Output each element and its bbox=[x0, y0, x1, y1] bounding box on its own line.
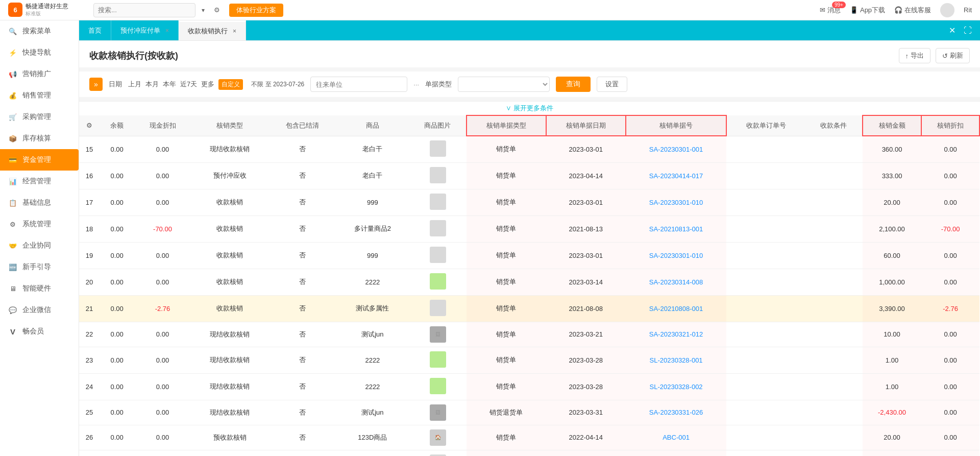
row-doc-no[interactable]: SA-20230321-012 bbox=[626, 322, 727, 347]
expand-arrow-btn[interactable]: » bbox=[89, 78, 103, 91]
export-button[interactable]: ↑ 导出 bbox=[899, 48, 931, 63]
sidebar-item-system[interactable]: ⚙ 系统管理 bbox=[0, 213, 79, 235]
sidebar-item-vip[interactable]: V 畅会员 bbox=[0, 321, 79, 342]
row-balance: 0.00 bbox=[100, 215, 134, 242]
dropdown-icon[interactable]: ▾ bbox=[202, 7, 205, 14]
tab-prepay-label: 预付冲应付单 bbox=[120, 26, 160, 35]
doc-no-link[interactable]: ABC-001 bbox=[663, 434, 690, 441]
tab-writeoff-close-icon[interactable]: × bbox=[233, 28, 236, 35]
row-amount: 3,390.00 bbox=[863, 295, 921, 322]
sidebar-item-inventory[interactable]: 📦 库存核算 bbox=[0, 128, 79, 149]
wechat-icon: 💬 bbox=[8, 305, 17, 315]
date-this-month[interactable]: 本月 bbox=[145, 80, 159, 89]
refresh-button[interactable]: ↺ 刷新 bbox=[936, 48, 970, 63]
message-btn[interactable]: ✉ 消息 99+ bbox=[820, 6, 841, 15]
row-doc-type: 销货单 bbox=[467, 189, 546, 215]
col-discount: 核销折扣 bbox=[921, 115, 979, 136]
query-button[interactable]: 查询 bbox=[556, 77, 591, 92]
doc-no-link[interactable]: SL-20230328-002 bbox=[650, 383, 703, 391]
row-id: 20 bbox=[79, 269, 100, 295]
row-doc-no[interactable]: SA-20230331-026 bbox=[626, 400, 727, 425]
row-doc-no[interactable]: SA-20210808-001 bbox=[626, 295, 727, 322]
col-product: 商品 bbox=[336, 115, 409, 136]
doc-no-link[interactable]: SA-20230314-008 bbox=[649, 278, 703, 286]
doc-no-link[interactable]: SA-20230331-026 bbox=[649, 409, 703, 416]
purchase-icon: 🛒 bbox=[8, 112, 17, 122]
row-doc-no[interactable]: SL-20230328-002 bbox=[626, 373, 727, 400]
row-doc-no[interactable]: SA-20230301-010 bbox=[626, 189, 727, 215]
sidebar-item-marketing[interactable]: 📢 营销推广 bbox=[0, 63, 79, 85]
date-this-year[interactable]: 本年 bbox=[163, 80, 176, 89]
sidebar-item-label: 采购管理 bbox=[22, 112, 51, 122]
tab-prepay[interactable]: 预付冲应付单 × bbox=[111, 20, 179, 40]
row-order-no bbox=[726, 242, 805, 269]
row-img: 🖼 bbox=[409, 322, 467, 347]
search-input[interactable] bbox=[93, 3, 195, 17]
expand-more-btn[interactable]: ∨ 展开更多条件 bbox=[79, 102, 980, 115]
doc-no-link[interactable]: SA-20210808-001 bbox=[649, 305, 703, 313]
sidebar-item-basic[interactable]: 📋 基础信息 bbox=[0, 192, 79, 213]
window-close-icon[interactable]: ✕ bbox=[947, 23, 958, 37]
table-row: 270.000.00现结收款核销否衣服00001销货单2023-04-08SL-… bbox=[79, 450, 979, 456]
sidebar-item-operation[interactable]: 📊 经营管理 bbox=[0, 171, 79, 192]
date-7days[interactable]: 近7天 bbox=[180, 80, 197, 89]
row-doc-no[interactable]: SA-20230301-001 bbox=[626, 136, 727, 162]
row-cash-discount: -70.00 bbox=[134, 215, 191, 242]
tab-home[interactable]: 首页 bbox=[79, 20, 111, 40]
online-service-btn[interactable]: 🎧 在线客服 bbox=[894, 6, 931, 15]
doc-no-link[interactable]: SA-20210813-001 bbox=[649, 225, 703, 233]
row-discount: -2.76 bbox=[921, 295, 979, 322]
main-layout: 🔍 搜索菜单 ⚡ 快捷导航 📢 营销推广 💰 销售管理 🛒 采购管理 📦 库存核… bbox=[0, 20, 980, 456]
solution-button[interactable]: 体验行业方案 bbox=[229, 4, 283, 17]
row-doc-date: 2023-04-14 bbox=[546, 162, 626, 189]
counterparty-input[interactable] bbox=[310, 77, 407, 92]
row-doc-no[interactable]: ABC-001 bbox=[626, 425, 727, 450]
doc-no-link[interactable]: SA-20230301-010 bbox=[649, 252, 703, 259]
row-doc-no[interactable]: SL-20230408-001 bbox=[626, 450, 727, 456]
row-order-no bbox=[726, 425, 805, 450]
row-settled: 否 bbox=[269, 269, 336, 295]
sidebar-item-guide[interactable]: 🆕 新手引导 bbox=[0, 256, 79, 278]
sidebar-item-enterprise[interactable]: 🤝 企业协同 bbox=[0, 235, 79, 256]
counterparty-dots[interactable]: ··· bbox=[413, 81, 419, 88]
app-download-btn[interactable]: 📱 App下载 bbox=[850, 6, 885, 15]
row-id: 22 bbox=[79, 322, 100, 347]
row-product: 2222 bbox=[336, 373, 409, 400]
avatar[interactable] bbox=[940, 3, 954, 17]
tab-close-icon[interactable]: × bbox=[165, 27, 169, 34]
finance-icon: 💳 bbox=[8, 155, 17, 164]
tab-writeoff[interactable]: 收款核销执行 × bbox=[179, 20, 246, 40]
date-label: 日期 bbox=[109, 80, 122, 89]
marketing-icon: 📢 bbox=[8, 69, 17, 79]
doc-no-link[interactable]: SA-20230301-010 bbox=[649, 199, 703, 206]
row-balance: 0.00 bbox=[100, 295, 134, 322]
doctype-select[interactable] bbox=[458, 77, 550, 92]
row-doc-no[interactable]: SA-20230314-008 bbox=[626, 269, 727, 295]
sidebar-item-wechat[interactable]: 💬 企业微信 bbox=[0, 299, 79, 321]
row-settled: 否 bbox=[269, 242, 336, 269]
date-last-month[interactable]: 上月 bbox=[128, 80, 141, 89]
settings-button[interactable]: 设置 bbox=[597, 77, 627, 92]
sidebar-item-finance[interactable]: 💳 资金管理 bbox=[0, 149, 79, 171]
col-doc-type: 核销单据类型 bbox=[467, 115, 546, 136]
row-doc-no[interactable]: SA-20230301-010 bbox=[626, 242, 727, 269]
row-doc-no[interactable]: SL-20230328-001 bbox=[626, 347, 727, 373]
date-more[interactable]: 更多 bbox=[201, 80, 214, 89]
date-custom-btn[interactable]: 自定义 bbox=[218, 79, 243, 90]
doc-no-link[interactable]: SL-20230328-001 bbox=[650, 356, 703, 364]
sidebar-item-shortcut[interactable]: ⚡ 快捷导航 bbox=[0, 42, 79, 63]
doc-no-link[interactable]: SA-20230414-017 bbox=[649, 172, 703, 180]
window-expand-icon[interactable]: ⛶ bbox=[962, 24, 974, 37]
doc-no-link[interactable]: SA-20230301-001 bbox=[649, 146, 703, 153]
sidebar-item-search[interactable]: 🔍 搜索菜单 bbox=[0, 20, 79, 42]
row-doc-no[interactable]: SA-20210813-001 bbox=[626, 215, 727, 242]
row-doc-no[interactable]: SA-20230414-017 bbox=[626, 162, 727, 189]
sidebar-item-hardware[interactable]: 🖥 智能硬件 bbox=[0, 278, 79, 299]
sidebar-item-sales[interactable]: 💰 销售管理 bbox=[0, 85, 79, 106]
gear-icon[interactable]: ⚙ bbox=[211, 4, 223, 16]
col-gear[interactable]: ⚙ bbox=[79, 115, 100, 136]
row-condition bbox=[805, 162, 863, 189]
tab-bar: 首页 预付冲应付单 × 收款核销执行 × ✕ ⛶ bbox=[79, 20, 980, 41]
sidebar-item-purchase[interactable]: 🛒 采购管理 bbox=[0, 106, 79, 128]
doc-no-link[interactable]: SA-20230321-012 bbox=[649, 330, 703, 338]
